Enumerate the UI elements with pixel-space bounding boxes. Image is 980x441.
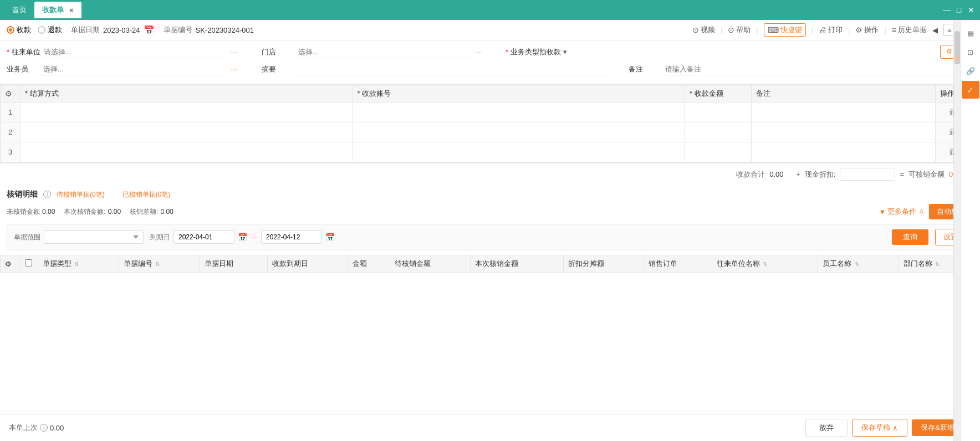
remark-cell-3[interactable] xyxy=(752,142,936,162)
this-recon-value: 0.00 xyxy=(108,208,121,216)
bt-gear-icon[interactable]: ⚙ xyxy=(5,260,12,268)
status-info-icon[interactable]: i xyxy=(40,424,48,432)
range-select[interactable] xyxy=(44,230,144,244)
remark-input[interactable] xyxy=(662,63,973,75)
table-row: 2 🗑 ⧉ xyxy=(1,122,980,142)
due-label: 到期日 xyxy=(150,233,170,242)
summary-input[interactable] xyxy=(295,63,606,75)
discount-label: 现金折扣: xyxy=(805,170,836,180)
nav-receipt[interactable]: 收款单 × xyxy=(34,2,81,18)
account-cell-1[interactable] xyxy=(353,102,685,122)
account-cell-3[interactable] xyxy=(353,142,685,162)
bt-due-col: 收款到期日 xyxy=(267,255,348,273)
refund-radio[interactable]: 退款 xyxy=(38,25,62,35)
discount-input[interactable] xyxy=(840,168,895,181)
reconcile-info-icon[interactable]: i xyxy=(43,191,51,198)
amount-cell-2[interactable] xyxy=(685,122,752,142)
remark-cell-2[interactable] xyxy=(752,122,936,142)
date-picker-icon[interactable]: 📅 xyxy=(144,25,155,35)
party-ellipsis-btn[interactable]: ··· xyxy=(228,48,239,57)
prev-btn[interactable]: ◀ xyxy=(932,26,938,34)
link-icon: 🔗 xyxy=(966,67,975,75)
scrollbar[interactable] xyxy=(953,20,960,441)
top-nav: 首页 收款单 × — □ ✕ xyxy=(0,0,980,20)
pending-tab[interactable]: 待核销单据(0笔) xyxy=(57,190,105,199)
no-field: 单据编号 SK-20230324-001 xyxy=(164,25,254,35)
this-recon-item: 本次核销金额: 0.00 xyxy=(64,207,121,217)
table-gear-icon[interactable]: ⚙ xyxy=(5,89,12,98)
diff-item: 核销差额: 0.00 xyxy=(130,207,173,217)
bt-this-col: 本次核销金额 xyxy=(471,255,564,273)
nav-home[interactable]: 首页 xyxy=(4,2,34,18)
remark-cell-1[interactable] xyxy=(752,102,936,122)
bt-settings-col[interactable]: ⚙ xyxy=(1,255,21,273)
table-row: 1 🗑 ⧉ xyxy=(1,102,980,122)
sidebar-expand-icon[interactable]: ⤢ xyxy=(962,81,979,99)
video-icon: ⊙ xyxy=(692,25,699,34)
shortcut-btn[interactable]: ⌨ 快捷键 xyxy=(764,23,806,37)
window-close-btn[interactable]: ✕ xyxy=(967,6,976,14)
table-settings-header[interactable]: ⚙ xyxy=(1,85,21,102)
unrecon-value: 0.00 xyxy=(42,208,55,216)
bt-select-all[interactable] xyxy=(25,259,32,266)
save-draft-button[interactable]: 保存草稿 ∧ xyxy=(852,419,907,437)
more-filter-btn[interactable]: ▼ 更多条件 ∧ xyxy=(879,207,925,217)
form-row-1: 往来单位 ··· 门店 ··· 业务类型 预收款 ▾ ⚙ 设置 xyxy=(7,45,973,59)
receipt-table: ⚙ * 结算方式 * 收款账号 * 收款金额 备注 操作 xyxy=(0,85,980,162)
scroll-thumb[interactable] xyxy=(955,31,960,64)
operation-btn[interactable]: ⚙ 操作 xyxy=(855,25,879,35)
discard-button[interactable]: 放弃 xyxy=(805,419,848,437)
cal-icon-1[interactable]: 📅 xyxy=(238,233,247,242)
range-field: 单据范围 xyxy=(14,230,144,244)
save-draft-arrow-icon: ∧ xyxy=(892,424,898,432)
sidebar-link-icon[interactable]: 🔗 xyxy=(962,62,979,80)
amount-cell-1[interactable] xyxy=(685,102,752,122)
store-input[interactable] xyxy=(295,46,472,58)
nav-close-icon[interactable]: × xyxy=(69,6,74,14)
sidebar-checklist-icon[interactable]: ⊡ xyxy=(962,43,979,61)
query-button[interactable]: 查询 xyxy=(892,229,928,245)
due-date-to[interactable] xyxy=(261,230,322,244)
total-value: 0.00 xyxy=(769,170,792,178)
minimize-btn[interactable]: — xyxy=(942,6,951,14)
main-content: 收款 退款 单据日期 2023-03-24 📅 单据编号 SK-20230324… xyxy=(0,20,980,441)
bt-checkbox-col[interactable] xyxy=(21,255,38,273)
staff-label: 业务员 xyxy=(7,64,40,74)
store-field: 门店 ··· xyxy=(262,46,483,58)
biz-type-select[interactable]: 预收款 ▾ xyxy=(539,47,567,57)
amount-cell-3[interactable] xyxy=(685,142,752,162)
store-ellipsis-btn[interactable]: ··· xyxy=(472,48,483,57)
due-date-from[interactable] xyxy=(173,230,234,244)
done-tab[interactable]: 已核销单据(0笔) xyxy=(122,190,171,199)
settle-cell-1[interactable] xyxy=(21,102,353,122)
print-icon: 🖨 xyxy=(819,25,826,34)
refund-radio-dot xyxy=(38,26,45,34)
cal-icon-2[interactable]: 📅 xyxy=(325,233,335,242)
staff-input[interactable] xyxy=(40,63,228,75)
restore-btn[interactable]: □ xyxy=(955,6,963,14)
sidebar-table-icon[interactable]: ▤ xyxy=(962,24,979,42)
diff-value: 0.00 xyxy=(160,208,173,216)
help-btn[interactable]: ⊙ 帮助 xyxy=(728,25,751,35)
top-nav-right: — □ ✕ xyxy=(937,6,976,14)
shortcut-icon: ⌨ xyxy=(768,25,779,34)
status-bar: 本单上次 i 0.00 放弃 保存草稿 ∧ 保存&新增 ∧ xyxy=(0,414,980,441)
settle-cell-3[interactable] xyxy=(21,142,353,162)
staff-ellipsis-btn[interactable]: ··· xyxy=(228,65,239,74)
video-btn[interactable]: ⊙ 视频 xyxy=(692,25,715,35)
print-btn[interactable]: 🖨 打印 xyxy=(819,25,843,35)
right-sidebar: ▤ ⊡ 🔗 ⤢ xyxy=(960,20,980,441)
summary-label: 摘要 xyxy=(262,64,295,74)
remark-field: 备注 xyxy=(629,63,973,75)
expand-icon: ⤢ xyxy=(967,86,973,94)
range-label: 单据范围 xyxy=(14,233,40,242)
receipt-radio[interactable]: 收款 xyxy=(7,25,31,35)
party-input[interactable] xyxy=(40,46,229,58)
account-cell-2[interactable] xyxy=(353,122,685,142)
action-btn-group: 放弃 保存草稿 ∧ 保存&新增 ∧ xyxy=(805,419,971,437)
history-btn[interactable]: ≡ 历史单据 xyxy=(892,25,927,35)
toolbar-right: ⊙ 视频 | ⊙ 帮助 | ⌨ 快捷键 | 🖨 打印 | ⚙ 操作 xyxy=(692,23,973,37)
bottom-table-wrap: ⚙ 单据类型 ⇅ 单据编号 ⇅ 单据日期 xyxy=(0,255,980,414)
biz-type-arrow-icon: ▾ xyxy=(563,48,567,56)
settle-cell-2[interactable] xyxy=(21,122,353,142)
